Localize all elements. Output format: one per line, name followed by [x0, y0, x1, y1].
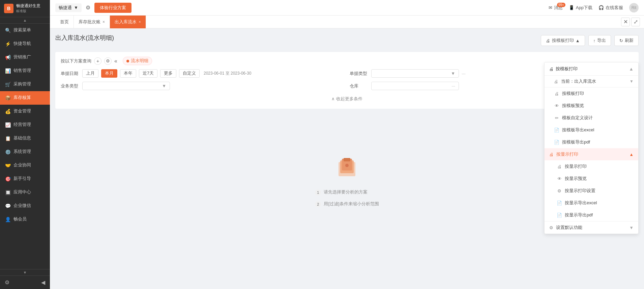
sidebar-item-operation[interactable]: 📈 经营管理 [0, 118, 50, 132]
try-industry-btn[interactable]: 体验行业方案 [94, 3, 131, 13]
sidebar-footer: ⚙ ◀ [0, 275, 50, 289]
system-icon: ⚙️ [5, 149, 11, 155]
biz-type-select[interactable]: ▼ [82, 82, 170, 90]
dropdown-title: 🖨 按模板打印 [549, 66, 578, 72]
page-toolbar: 🖨 按模板打印 ▲ ↑ 导出 ↻ 刷新 [541, 35, 639, 46]
message-badge: 99+ [557, 3, 565, 7]
sidebar-item-quick-nav[interactable]: ⚡ 快捷导航 [0, 37, 50, 51]
app-download-label: App下载 [576, 5, 592, 11]
date-btn-custom[interactable]: 自定义 [179, 69, 200, 78]
top-header: 畅捷通 ▼ ⚙ 体验行业方案 ✉ 消息 99+ 📱 App下载 🎧 在线客服 R… [50, 0, 644, 16]
tab-home-label: 首页 [60, 19, 69, 25]
doc-type-more-icon[interactable]: ··· [462, 71, 466, 76]
refresh-label: 刷新 [625, 37, 634, 44]
sidebar-item-search[interactable]: 🔍 搜索菜单 [0, 24, 50, 37]
print-dropdown-icon: ▲ [576, 38, 580, 43]
tab-close-window-btn[interactable]: ✕ [621, 18, 630, 26]
sidebar-item-wechat[interactable]: 💬 企业微信 [0, 199, 50, 213]
tab-batch[interactable]: 库存批次账 × [74, 16, 110, 28]
sidebar-item-finance[interactable]: 💰 资金管理 [0, 105, 50, 118]
dropdown-item-display-pdf[interactable]: 📄 按显示导出pdf [545, 209, 638, 221]
warehouse-select[interactable]: ··· [371, 82, 459, 90]
filter-collapse-icon[interactable]: « [114, 58, 117, 64]
print-template-label: 按模板打印 [552, 37, 574, 44]
sidebar-item-basic[interactable]: 📋 基础信息 [0, 132, 50, 145]
collapse-arrow-icon: ∧ [331, 96, 335, 102]
warehouse-more-icon[interactable]: ··· [451, 83, 455, 88]
filter-add-btn[interactable]: + [94, 57, 101, 65]
sidebar-item-purchase[interactable]: 🛒 采购管理 [0, 78, 50, 91]
doc-type-select[interactable]: ▼ [371, 69, 459, 78]
sidebar-item-collab-label: 企业协同 [13, 162, 31, 168]
logo-icon: B [4, 4, 13, 13]
step-1-label: 请先选择要分析的方案 [324, 189, 368, 195]
company-selector[interactable]: 畅捷通 ▼ [55, 3, 82, 12]
tab-bar: 首页 库存批次账 × 出入库流水 × ✕ ⤢ [50, 16, 644, 28]
sidebar-scroll-down[interactable]: ▼ [0, 269, 50, 275]
dropdown-item-template-pdf[interactable]: 📄 按模板导出pdf [545, 136, 638, 148]
default-func-label: 设置默认功能 [556, 225, 582, 231]
settings-footer-icon[interactable]: ⚙ [5, 279, 9, 286]
sidebar-item-marketing[interactable]: 📢 营销推广 [0, 51, 50, 64]
sidebar-item-wechat-label: 企业微信 [13, 203, 31, 209]
header-gear-icon[interactable]: ⚙ [86, 4, 90, 11]
tab-maximize-btn[interactable]: ⤢ [631, 18, 640, 26]
sidebar-item-system-label: 系统管理 [13, 149, 31, 155]
template-excel-icon: 📄 [554, 127, 559, 133]
tab-batch-close-icon[interactable]: × [103, 20, 105, 24]
collab-icon: 🤝 [5, 162, 11, 168]
dropdown-item-template-custom[interactable]: ✏ 模板自定义设计 [545, 112, 638, 124]
dropdown-item-template-print[interactable]: 🖨 按模板打印 [545, 87, 638, 100]
dropdown-display-section-header[interactable]: 🖨 按显示打印 ▲ [545, 148, 638, 160]
sidebar-item-sales[interactable]: 📊 销售管理 [0, 64, 50, 78]
page-header: 出入库流水(流水明细) 🖨 按模板打印 ▲ ↑ 导出 ↻ 刷新 [55, 34, 639, 47]
display-setting-label: 按显示打印设置 [565, 188, 595, 194]
sidebar-item-system[interactable]: ⚙️ 系统管理 [0, 145, 50, 159]
message-btn[interactable]: ✉ 消息 99+ [549, 5, 563, 11]
sidebar-item-basic-label: 基础信息 [13, 135, 31, 141]
sidebar-scroll-up[interactable]: ▲ [0, 17, 50, 24]
refresh-btn[interactable]: ↻ 刷新 [614, 35, 639, 46]
online-service-btn[interactable]: 🎧 在线客服 [598, 5, 623, 11]
empty-steps: 1 请先选择要分析的方案 2 用[过滤]条件来缩小分析范围 [315, 189, 379, 210]
online-service-label: 在线客服 [606, 5, 623, 11]
date-filter-label: 单据日期 [61, 71, 80, 77]
dropdown-current-label: 当前：出入库流水 [561, 78, 627, 84]
user-avatar[interactable]: Rit [629, 3, 639, 12]
filter-tag[interactable]: 流水明细 [123, 57, 152, 65]
template-pdf-label: 按模板导出pdf [562, 139, 634, 145]
sidebar-item-appcenter[interactable]: 🔲 应用中心 [0, 186, 50, 199]
date-btn-prev-month[interactable]: 上月 [82, 69, 98, 78]
date-btn-this-year[interactable]: 本年 [120, 69, 136, 78]
sidebar-item-guide[interactable]: 🎯 新手引导 [0, 172, 50, 186]
dropdown-item-template-excel[interactable]: 📄 按模板导出excel [545, 124, 638, 136]
tab-flow[interactable]: 出入库流水 × [110, 16, 146, 28]
collapse-label: 收起更多条件 [336, 96, 362, 102]
date-btn-7days[interactable]: 近7天 [139, 69, 157, 78]
tab-home[interactable]: 首页 [55, 16, 74, 28]
date-btn-more[interactable]: 更多 [160, 69, 176, 78]
sidebar-item-inventory[interactable]: 📦 库存核算 [0, 91, 50, 105]
dropdown-item-display-setting[interactable]: ⚙ 按显示打印设置 [545, 185, 638, 197]
dropdown-item-display-excel[interactable]: 📄 按显示导出excel [545, 197, 638, 209]
app-download-btn[interactable]: 📱 App下载 [569, 5, 592, 11]
collapse-footer-icon[interactable]: ◀ [41, 279, 45, 286]
biz-type-label: 业务类型 [61, 83, 80, 89]
tab-flow-close-icon[interactable]: × [139, 20, 141, 24]
date-btn-this-month[interactable]: 本月 [101, 69, 117, 78]
step-2-num: 2 [315, 201, 321, 207]
dropdown-item-display-preview[interactable]: 👁 按显示预览 [545, 173, 638, 185]
date-filter-group: 单据日期 上月 本月 本年 近7天 更多 自定义 2023-06-01 至 20… [61, 69, 344, 78]
filter-setting-btn[interactable]: ⚙ [104, 57, 112, 65]
dropdown-up-icon[interactable]: ▲ [629, 66, 634, 72]
sidebar-item-collab[interactable]: 🤝 企业协同 [0, 159, 50, 172]
dropdown-item-display-print[interactable]: 🖨 按显示打印 [545, 160, 638, 173]
display-print-section-icon: 🖨 [549, 152, 554, 157]
finance-icon: 💰 [5, 108, 11, 114]
dropdown-footer[interactable]: ⚙ 设置默认功能 ▼ [545, 221, 638, 234]
export-btn[interactable]: ↑ 导出 [588, 35, 611, 46]
print-template-btn[interactable]: 🖨 按模板打印 ▲ [541, 35, 585, 46]
sidebar-item-sales-label: 销售管理 [13, 68, 31, 74]
dropdown-item-template-preview[interactable]: 👁 按模板预览 [545, 100, 638, 112]
sidebar-item-member[interactable]: 👤 畅会员 [0, 213, 50, 226]
